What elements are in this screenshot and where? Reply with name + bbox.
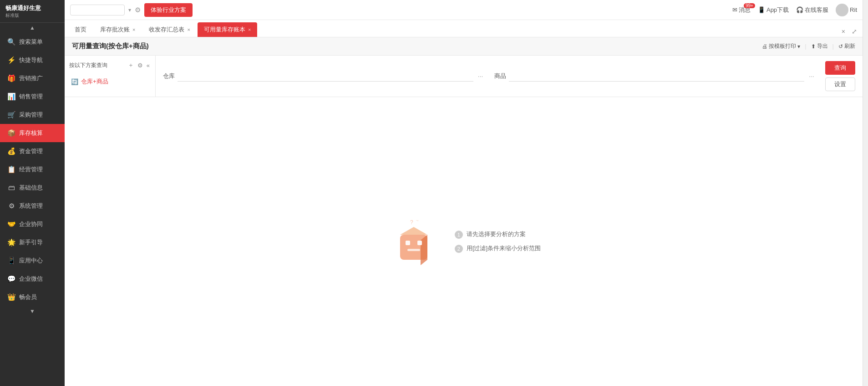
industry-btn[interactable]: 体验行业方案 [144,3,193,17]
sidebar: 畅康通好生意 标准版 ▲ 🔍搜索菜单⚡快捷导航🎁营销推广📊销售管理🛒采购管理📦库… [0,0,65,386]
page-header-actions: 🖨 按模板打印 ▾ | ⬆ 导出 | ↺ 刷新 [762,42,855,50]
tip-num-1: 1 [455,231,463,239]
sidebar-label-search: 搜索菜单 [19,38,43,46]
print-label: 按模板打印 [769,42,796,50]
empty-state: ? ~ 1 请先选择要分析的方案 2 用[过滤]条件来缩小分析范围 [65,97,863,386]
sidebar-item-sales[interactable]: 📊销售管理 [0,87,65,106]
print-btn[interactable]: 🖨 按模板打印 ▾ [762,42,800,50]
scheme-add-btn[interactable]: ＋ [127,60,135,70]
goods-input[interactable] [509,71,805,82]
main-area: ▾ ⚙ 体验行业方案 ✉ 消息 99+ 📱 App下载 🎧 在线客服 Rit [65,0,863,386]
sidebar-label-appcenter: 应用中心 [19,257,43,265]
sidebar-icon-shortcut: ⚡ [7,56,15,64]
tab-close-available[interactable]: × [248,27,251,32]
warehouse-more-btn[interactable]: ··· [476,72,485,80]
query-area: 按以下方案查询 ＋ ⚙ « 🔄仓库+商品 仓库 ··· 商品 ··· [65,56,863,97]
tab-home[interactable]: 首页 [68,22,93,37]
sidebar-label-shortcut: 快捷导航 [19,56,43,64]
sidebar-item-vip[interactable]: 👑畅会员 [0,288,65,306]
sidebar-scroll-down[interactable]: ▼ [0,306,65,316]
username: Rit [850,6,857,13]
query-submit-btn[interactable]: 查询 [825,61,855,75]
scheme-collapse-btn[interactable]: « [146,60,151,70]
topbar-message-btn[interactable]: ✉ 消息 99+ [732,6,751,14]
refresh-label: 刷新 [844,42,855,50]
refresh-icon: ↺ [838,43,843,50]
filter-actions: 查询 设置 [825,61,855,91]
topbar-app-btn[interactable]: 📱 App下载 [758,6,789,14]
tabs-bar-right: × ⤢ [840,26,859,37]
topbar: ▾ ⚙ 体验行业方案 ✉ 消息 99+ 📱 App下载 🎧 在线客服 Rit [65,0,863,20]
topbar-service-btn[interactable]: 🎧 在线客服 [796,6,828,14]
sidebar-item-system[interactable]: ⚙系统管理 [0,197,65,215]
page-title: 可用量查询(按仓库+商品) [72,42,149,51]
topbar-chevron-icon[interactable]: ▾ [128,7,131,13]
export-icon: ⬆ [811,43,816,50]
sidebar-icon-basic: 🗃 [7,184,15,191]
tab-close-collect[interactable]: × [187,27,190,32]
warehouse-input[interactable] [178,71,473,82]
query-settings-btn[interactable]: 设置 [825,77,855,91]
topbar-right: ✉ 消息 99+ 📱 App下载 🎧 在线客服 Rit [732,4,857,16]
sidebar-icon-inventory: 📦 [7,129,15,137]
sidebar-logo: 畅康通好生意 [5,5,59,12]
sidebar-label-vip: 畅会员 [19,293,37,301]
sidebar-icon-enterprise: 🤝 [7,220,15,228]
sidebar-item-finance[interactable]: 💰资金管理 [0,142,65,160]
topbar-gear-icon[interactable]: ⚙ [135,6,141,14]
right-scrollbar [863,0,868,386]
topbar-user-area[interactable]: Rit [836,4,857,16]
sidebar-item-basic[interactable]: 🗃基础信息 [0,179,65,197]
tab-window-close[interactable]: × [840,26,847,37]
sidebar-item-search[interactable]: 🔍搜索菜单 [0,33,65,51]
sidebar-scroll-up[interactable]: ▲ [0,23,65,33]
tip-text-2: 用[过滤]条件来缩小分析范围 [467,244,541,252]
scheme-icon-warehouse_goods: 🔄 [71,78,78,85]
user-avatar [836,4,848,16]
svg-text:?: ? [410,219,413,226]
export-btn[interactable]: ⬆ 导出 [811,42,828,50]
topbar-search-input[interactable] [70,5,125,15]
tabs-bar: 首页库存批次账×收发存汇总表×可用量库存账本× × ⤢ [65,20,863,37]
sidebar-item-marketing[interactable]: 🎁营销推广 [0,69,65,87]
sidebar-item-operations[interactable]: 📋经营管理 [0,160,65,179]
filter-row: 仓库 ··· 商品 ··· 查询 设置 [156,56,863,97]
sidebar-item-appcenter[interactable]: 📱应用中心 [0,252,65,270]
sidebar-item-purchase[interactable]: 🛒采购管理 [0,106,65,124]
sidebar-icon-newguide: 🌟 [7,238,15,247]
scheme-settings-btn[interactable]: ⚙ [137,60,144,70]
tab-available[interactable]: 可用量库存账本× [198,22,257,37]
sidebar-icon-system: ⚙ [7,202,15,210]
sidebar-item-inventory[interactable]: 📦库存核算 [0,124,65,142]
sidebar-icon-marketing: 🎁 [7,74,15,82]
sidebar-label-sales: 销售管理 [19,93,43,101]
tip-text-1: 请先选择要分析的方案 [467,230,526,238]
goods-more-btn[interactable]: ··· [807,72,816,80]
tab-window-resize[interactable]: ⤢ [850,26,859,37]
tab-close-batch[interactable]: × [132,27,135,32]
sidebar-label-system: 系统管理 [19,202,43,210]
refresh-btn[interactable]: ↺ 刷新 [838,42,855,50]
app-icon: 📱 [758,6,765,13]
sidebar-item-wechat[interactable]: 💬企业微信 [0,270,65,288]
svg-text:~: ~ [416,218,419,223]
goods-label: 商品 [494,72,506,80]
sidebar-icon-operations: 📋 [7,165,15,174]
scheme-item-warehouse_goods[interactable]: 🔄仓库+商品 [65,74,155,89]
sidebar-icon-appcenter: 📱 [7,257,15,265]
sidebar-label-newguide: 新手引导 [19,238,43,247]
sidebar-label-purchase: 采购管理 [19,111,43,119]
query-scheme-header: 按以下方案查询 ＋ ⚙ « [65,60,155,74]
empty-svg-icon: ? ~ [386,214,441,269]
tab-label-batch: 库存批次账 [100,26,130,34]
sidebar-item-enterprise[interactable]: 🤝企业协同 [0,215,65,233]
tab-collect[interactable]: 收发存汇总表× [142,22,196,37]
tab-batch[interactable]: 库存批次账× [94,22,142,37]
sidebar-icon-vip: 👑 [7,293,15,301]
scheme-label-warehouse_goods: 仓库+商品 [81,77,108,86]
sidebar-item-newguide[interactable]: 🌟新手引导 [0,233,65,252]
sidebar-item-shortcut[interactable]: ⚡快捷导航 [0,51,65,69]
scheme-header-label: 按以下方案查询 [69,62,107,69]
sidebar-icon-wechat: 💬 [7,275,15,283]
sidebar-nav: 🔍搜索菜单⚡快捷导航🎁营销推广📊销售管理🛒采购管理📦库存核算💰资金管理📋经营管理… [0,33,65,306]
